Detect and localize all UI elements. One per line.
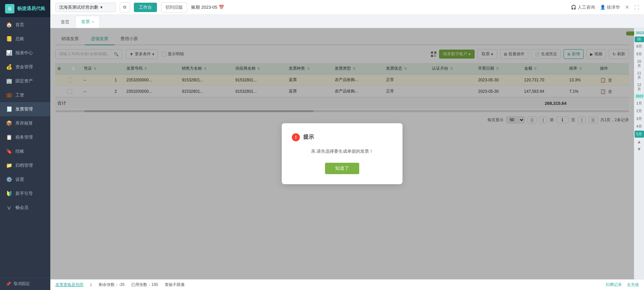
sidebar-item-label: 发票管理 bbox=[15, 106, 33, 112]
tab-home-label: 首页 bbox=[61, 19, 69, 25]
period-label: 账期 bbox=[191, 4, 200, 10]
sidebar-item-home[interactable]: 🏠 首页 bbox=[0, 18, 50, 32]
app-name: 畅捷通易代账 bbox=[17, 6, 45, 12]
tab-invoice-label: 发票 bbox=[81, 19, 90, 25]
remaining-label: 剩余张数：-35 bbox=[99, 282, 124, 288]
sidebar-item-invoices[interactable]: 🧾 发票管理 bbox=[0, 102, 50, 116]
bottom-right-links: 扫腾记录 去充值 bbox=[606, 282, 639, 288]
sidebar-item-label: 新手引导 bbox=[15, 191, 33, 197]
modal-dialog: ! 提示 亲,请先选择要生成单据的发票！ 知道了 bbox=[282, 123, 402, 185]
sidebar-item-label: 库存核算 bbox=[15, 120, 33, 126]
company-name: 沈海英测试经营勿删 bbox=[59, 4, 98, 10]
period-month-1[interactable]: 1月 bbox=[635, 100, 644, 107]
sidebar-item-label: 畅会员 bbox=[15, 205, 29, 211]
modal-overlay: ! 提示 亲,请先选择要生成单据的发票！ 知道了 bbox=[50, 28, 634, 279]
workspace-button[interactable]: 工作台 bbox=[134, 3, 157, 12]
sidebar-item-inventory[interactable]: 📦 库存核算 bbox=[0, 116, 50, 130]
sidebar-item-tax[interactable]: 📋 税务管理 bbox=[0, 130, 50, 144]
period-month-11[interactable]: 11月 bbox=[635, 70, 644, 81]
recharge-link[interactable]: 去充值 bbox=[627, 282, 639, 288]
period-month-10[interactable]: 10月 bbox=[635, 58, 644, 69]
period-month-12[interactable]: 12月 bbox=[635, 82, 644, 93]
period-month-2[interactable]: 2月 bbox=[635, 107, 644, 115]
sidebar-item-label: 工资 bbox=[15, 92, 24, 98]
period-display: 账期 2023-05 📅 bbox=[191, 4, 224, 10]
modal-confirm-button[interactable]: 知道了 bbox=[325, 163, 359, 174]
chevron-down-icon: ▾ bbox=[100, 5, 103, 10]
sidebar-item-settings[interactable]: ⚙️ 设置 bbox=[0, 172, 50, 187]
modal-message: 亲,请先选择要生成单据的发票！ bbox=[292, 148, 392, 155]
customer-service[interactable]: 🎧 人工咨询 bbox=[571, 4, 595, 10]
sidebar-item-assets[interactable]: 🏢 固定资产 bbox=[0, 74, 50, 88]
period-year-2023[interactable]: 2023 bbox=[635, 30, 644, 36]
sidebar-item-funds[interactable]: 💰 资金管理 bbox=[0, 60, 50, 74]
period-month-current[interactable]: 05 bbox=[635, 37, 644, 42]
calendar-icon[interactable]: 📅 bbox=[219, 5, 224, 10]
tab-bar: 首页 发票 × bbox=[50, 15, 644, 28]
invoice-check-link[interactable]: 发票查验及拍照 bbox=[55, 282, 84, 288]
right-panel: 期间选择 2023 05 8月 9月 10月 11月 12月 2023 1月 2… bbox=[634, 28, 644, 279]
tab-close-icon[interactable]: × bbox=[92, 20, 94, 24]
main-area: 沈海英测试经营勿删 ▾ ⚙ 工作台 切到旧版 账期 2023-05 📅 🎧 人工… bbox=[50, 0, 644, 290]
sidebar-item-label: 归档管理 bbox=[15, 162, 33, 168]
sidebar-item-label: 总账 bbox=[15, 36, 24, 42]
bottom-bar: 发票查验及拍照 ℹ 剩余张数：-35 已用张数：195 查验不限量 扫腾记录 去… bbox=[50, 279, 644, 290]
period-month-4[interactable]: 4月 bbox=[635, 123, 644, 130]
sidebar: 云 畅捷通易代账 🏠 首页 📒 总账 📊 报表中心 💰 资金管理 🏢 固定资产 … bbox=[0, 0, 50, 290]
user-name: 徐泽华 bbox=[607, 4, 620, 10]
sidebar-item-archive[interactable]: 📁 归档管理 bbox=[0, 158, 50, 172]
user-icon: 👤 bbox=[600, 5, 605, 10]
period-list: 2023 05 8月 9月 10月 11月 12月 2023 1月 2月 3月 … bbox=[634, 28, 644, 154]
sidebar-item-salary[interactable]: 💼 工资 bbox=[0, 88, 50, 102]
switch-version-button[interactable]: 切到旧版 bbox=[161, 2, 187, 12]
sidebar-item-label: 固定资产 bbox=[15, 78, 33, 84]
invoices-icon: 🧾 bbox=[6, 106, 12, 112]
app-logo: 云 畅捷通易代账 bbox=[0, 0, 50, 18]
period-year-2023b[interactable]: 2023 bbox=[635, 93, 644, 99]
warning-icon: ! bbox=[292, 133, 300, 141]
sidebar-item-label: 首页 bbox=[15, 22, 24, 28]
sidebar-item-label: 资金管理 bbox=[15, 64, 33, 70]
period-month-8[interactable]: 8月 bbox=[635, 43, 644, 50]
window-close-icon[interactable]: ✕ bbox=[625, 4, 629, 10]
period-scroll-up[interactable]: ▲ bbox=[637, 139, 642, 144]
modal-header: ! 提示 bbox=[292, 133, 392, 141]
sidebar-item-ledger[interactable]: 📒 总账 bbox=[0, 32, 50, 46]
unpin-button[interactable]: 📌 取消固定 bbox=[0, 277, 50, 290]
service-label: 人工咨询 bbox=[578, 4, 595, 10]
period-month-3[interactable]: 3月 bbox=[635, 115, 644, 122]
salary-icon: 💼 bbox=[6, 92, 12, 98]
info-icon: ℹ bbox=[90, 283, 92, 287]
window-expand-icon[interactable]: ⛶ bbox=[634, 5, 639, 10]
settlement-icon: 🔖 bbox=[6, 148, 12, 154]
period-value: 2023-05 bbox=[201, 5, 217, 10]
sidebar-item-label: 税务管理 bbox=[15, 134, 33, 140]
tab-home[interactable]: 首页 bbox=[55, 16, 75, 28]
archive-icon: 📁 bbox=[6, 162, 12, 168]
reports-icon: 📊 bbox=[6, 50, 12, 56]
logo-icon: 云 bbox=[5, 4, 14, 13]
inventory-icon: 📦 bbox=[6, 120, 12, 126]
sidebar-item-reports[interactable]: 📊 报表中心 bbox=[0, 46, 50, 60]
unpin-label: 取消固定 bbox=[14, 281, 30, 287]
used-label: 已用张数：195 bbox=[131, 282, 158, 288]
user-profile[interactable]: 👤 徐泽华 bbox=[600, 4, 620, 10]
sidebar-item-settlement[interactable]: 🔖 结账 bbox=[0, 144, 50, 158]
modal-title: 提示 bbox=[303, 134, 314, 141]
sidebar-item-label: 结账 bbox=[15, 148, 24, 154]
period-month-9[interactable]: 9月 bbox=[635, 51, 644, 58]
tab-invoice[interactable]: 发票 × bbox=[75, 16, 100, 28]
period-scroll-down[interactable]: ▼ bbox=[637, 146, 642, 152]
tax-icon: 📋 bbox=[6, 134, 12, 140]
sidebar-item-guide[interactable]: 🔰 新手引导 bbox=[0, 187, 50, 201]
service-icon: 🎧 bbox=[571, 5, 576, 10]
company-settings-icon[interactable]: ⚙ bbox=[120, 2, 130, 12]
header: 沈海英测试经营勿删 ▾ ⚙ 工作台 切到旧版 账期 2023-05 📅 🎧 人工… bbox=[50, 0, 644, 15]
period-month-5[interactable]: 5月 bbox=[635, 131, 644, 138]
sidebar-item-label: 报表中心 bbox=[15, 50, 33, 56]
scan-record-link[interactable]: 扫腾记录 bbox=[606, 282, 622, 288]
sidebar-item-vip[interactable]: V 畅会员 bbox=[0, 201, 50, 215]
pin-icon: 📌 bbox=[6, 282, 11, 286]
company-selector[interactable]: 沈海英测试经营勿删 ▾ bbox=[55, 3, 116, 12]
modal-footer: 知道了 bbox=[292, 163, 392, 174]
